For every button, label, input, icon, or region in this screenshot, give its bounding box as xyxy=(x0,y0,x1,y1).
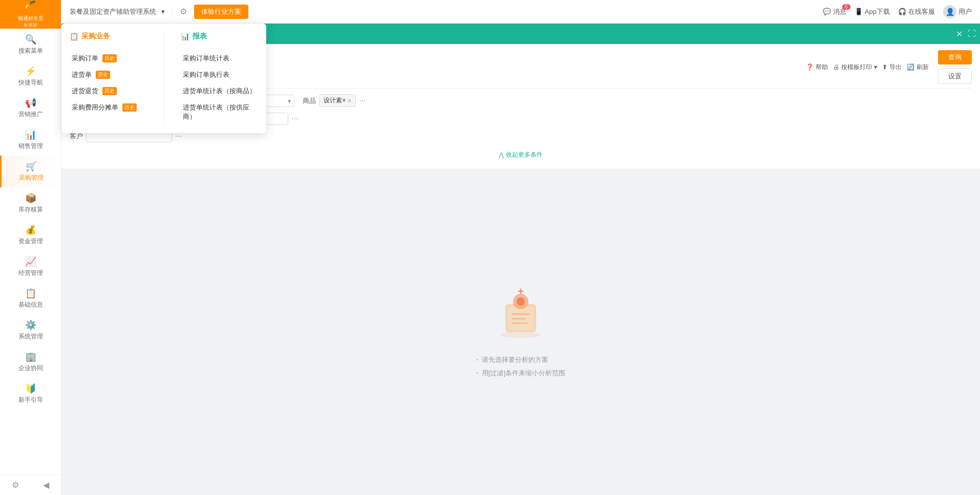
tab-expand-button[interactable]: ⛶ xyxy=(968,29,976,38)
incoming-stats-supplier-label: 进货单统计表（按供应商） xyxy=(183,103,257,121)
svg-point-4 xyxy=(517,297,525,306)
logo-badge: 标准版 xyxy=(24,22,37,29)
app-download-label: App下载 xyxy=(865,7,890,16)
sidebar-collapse-button[interactable]: ◀ xyxy=(43,480,49,490)
goods-filter-group: 商品 设计素× × ··· xyxy=(303,94,366,107)
goods-filter-dots[interactable]: ··· xyxy=(359,96,366,105)
system-dropdown[interactable]: ▾ xyxy=(161,8,165,15)
sidebar-item-purchase[interactable]: 🛒 采购管理 xyxy=(0,156,61,187)
chevron-down-icon: ▾ xyxy=(161,8,165,15)
refresh-label: 刷新 xyxy=(917,63,929,72)
sidebar-item-sales[interactable]: 📊 销售管理 xyxy=(0,124,61,156)
svg-rect-7 xyxy=(512,313,530,315)
report-section-icon: 📊 xyxy=(181,32,189,40)
topbar-separator xyxy=(172,7,173,17)
sidebar-item-system[interactable]: ⚙️ 系统管理 xyxy=(0,314,61,346)
sidebar-item-finance[interactable]: 💰 资金管理 xyxy=(0,219,61,251)
sidebar-label-inventory: 库存核算 xyxy=(18,205,43,214)
collapse-filters-row[interactable]: ⋀ 收起更多条件 xyxy=(70,147,972,162)
sidebar-label-marketing: 营销推广 xyxy=(18,110,43,119)
empty-state: 请先选择要分析的方案 用[过滤]条件来缩小分析范围 xyxy=(61,168,980,495)
finance-icon: 💰 xyxy=(25,224,36,235)
sidebar-label-purchase: 采购管理 xyxy=(19,174,44,182)
goods-tag-remove[interactable]: × xyxy=(348,97,351,104)
svg-rect-9 xyxy=(512,322,528,324)
enterprise-icon: 🏢 xyxy=(25,351,36,362)
tabs-right-controls: ✕ ⛶ xyxy=(956,29,976,39)
app-icon: 📱 xyxy=(855,8,863,15)
svg-point-0 xyxy=(500,332,541,338)
goods-label: 商品 xyxy=(303,96,316,105)
print-button[interactable]: 🖨 按模板打印 ▾ xyxy=(833,63,877,72)
topbar-settings-icon[interactable]: ⚙ xyxy=(180,7,187,16)
sidebar-label-operations: 经营管理 xyxy=(18,269,43,277)
purchase-section-icon: 📋 xyxy=(70,32,78,40)
dropdown-incoming[interactable]: 进货单 历史 xyxy=(70,67,147,83)
sidebar: 🍊 畅通好生意 标准版 🔍 搜索菜单 ⚡ 快捷导航 📢 营销推广 📊 销售管理 xyxy=(0,0,61,495)
return-label: 进货退货 xyxy=(72,87,98,96)
user-label: 用户 xyxy=(958,7,972,16)
purchase-section-title: 📋 采购业务 xyxy=(70,32,147,44)
refresh-icon: 🔄 xyxy=(907,63,914,71)
sidebar-label-system: 系统管理 xyxy=(18,332,43,341)
report-section-label: 报表 xyxy=(193,32,207,41)
dropdown-purchase-order-exec[interactable]: 采购订单执行表 xyxy=(181,67,259,83)
sidebar-item-quick-nav[interactable]: ⚡ 快捷导航 xyxy=(0,60,61,92)
sidebar-settings-button[interactable]: ⚙ xyxy=(12,480,19,490)
logo-name: 畅通好生意 xyxy=(18,15,44,22)
system-icon: ⚙️ xyxy=(25,319,36,331)
help-label: 帮助 xyxy=(816,63,828,72)
dropdown-purchase-order-stats[interactable]: 采购订单统计表 xyxy=(181,50,259,67)
export-button[interactable]: ⬆ 导出 xyxy=(882,63,902,72)
dropdown-expense[interactable]: 采购费用分摊单 历史 xyxy=(70,99,147,116)
message-badge: 6 xyxy=(842,4,850,10)
sidebar-item-inventory[interactable]: 📦 库存核算 xyxy=(0,187,61,219)
tab-close-window-button[interactable]: ✕ xyxy=(956,29,963,39)
service-icon: 🎧 xyxy=(898,8,906,15)
online-service-button[interactable]: 🎧 在线客服 xyxy=(898,7,935,16)
salesperson-filter-dots[interactable]: ··· xyxy=(291,114,298,123)
print-icon: 🖨 xyxy=(833,63,839,71)
app-download-button[interactable]: 📱 App下载 xyxy=(855,7,890,16)
query-button[interactable]: 查询 xyxy=(938,50,972,64)
print-label: 按模板打印 xyxy=(841,63,872,72)
dropdown-incoming-stats-supplier[interactable]: 进货单统计表（按供应商） xyxy=(181,99,259,125)
report-section-title: 📊 报表 xyxy=(181,32,259,44)
sidebar-label-search: 搜索菜单 xyxy=(18,47,43,55)
help-icon: ❓ xyxy=(806,63,814,71)
help-button[interactable]: ❓ 帮助 xyxy=(806,63,828,72)
sidebar-footer: ⚙ ◀ xyxy=(0,475,61,495)
dropdown-return[interactable]: 进货退货 历史 xyxy=(70,83,147,99)
export-label: 导出 xyxy=(889,63,902,72)
settings-button[interactable]: 设置 xyxy=(938,69,972,84)
dropdown-incoming-stats-goods[interactable]: 进货单统计表（按商品） xyxy=(181,83,259,99)
empty-hints: 请先选择要分析的方案 用[过滤]条件来缩小分析范围 xyxy=(476,353,565,380)
refresh-button[interactable]: 🔄 刷新 xyxy=(907,63,929,72)
collapse-icon: ⋀ xyxy=(499,152,504,159)
empty-hint-1: 请先选择要分析的方案 xyxy=(482,353,548,367)
incoming-stats-goods-label: 进货单统计表（按商品） xyxy=(183,87,256,96)
search-icon: 🔍 xyxy=(25,34,36,45)
industry-solution-button[interactable]: 体验行业方案 xyxy=(194,5,248,19)
purchase-order-stats-label: 采购订单统计表 xyxy=(183,54,229,63)
svg-rect-8 xyxy=(512,318,526,319)
sidebar-nav: 🔍 搜索菜单 ⚡ 快捷导航 📢 营销推广 📊 销售管理 🛒 采购管理 📦 xyxy=(0,29,61,475)
sidebar-item-operations[interactable]: 📈 经营管理 xyxy=(0,251,61,283)
user-menu[interactable]: 👤 用户 xyxy=(943,5,972,18)
message-icon: 💬 xyxy=(823,8,831,15)
purchase-icon: 🛒 xyxy=(26,161,37,172)
sidebar-label-basic-info: 基础信息 xyxy=(18,300,43,309)
sidebar-item-search[interactable]: 🔍 搜索菜单 xyxy=(0,29,61,60)
logo-icon: 🍊 xyxy=(24,1,37,14)
history-badge-3: 历史 xyxy=(122,103,137,112)
sidebar-item-basic-info[interactable]: 📋 基础信息 xyxy=(0,283,61,314)
sidebar-label-sales: 销售管理 xyxy=(18,142,43,150)
expense-label: 采购费用分摊单 xyxy=(72,103,118,112)
history-badge-1: 历史 xyxy=(96,71,110,79)
message-button[interactable]: 💬 消息 6 xyxy=(823,7,846,16)
sidebar-item-marketing[interactable]: 📢 营销推广 xyxy=(0,92,61,124)
sidebar-item-enterprise[interactable]: 🏢 企业协同 xyxy=(0,346,61,378)
dropdown-purchase-order[interactable]: 采购订单 历史 xyxy=(70,50,147,67)
sidebar-item-guide[interactable]: 🔰 新手引导 xyxy=(0,378,61,410)
system-title: 装餐及固定资产辅助管理系统 xyxy=(70,7,156,16)
